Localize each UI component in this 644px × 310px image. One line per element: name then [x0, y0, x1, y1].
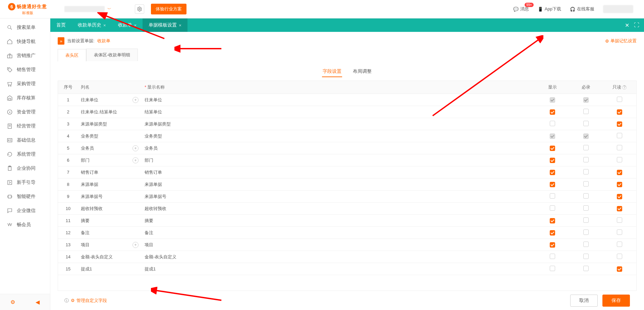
checkbox[interactable] — [617, 242, 622, 247]
industry-solution-button[interactable]: 体验行业方案 — [151, 4, 186, 14]
cell-display-name[interactable]: 来源单据号 — [142, 191, 536, 203]
checkbox[interactable] — [550, 182, 555, 187]
user-avatar-blurred[interactable] — [603, 5, 633, 13]
add-icon[interactable]: + — [132, 97, 139, 103]
checkbox[interactable] — [583, 157, 589, 162]
close-tab-icon[interactable]: ✕ — [625, 22, 629, 29]
cell-display-name[interactable]: 来源单据 — [142, 178, 536, 191]
memory-settings-link[interactable]: ⚙ 单据记忆设置 — [605, 38, 637, 44]
sidebar-collapse-icon[interactable]: ◀ — [36, 299, 40, 305]
tab-layout-adjust[interactable]: 布局调整 — [352, 66, 372, 77]
checkbox[interactable] — [583, 193, 589, 199]
cell-display-name[interactable]: 超收转预收 — [142, 203, 536, 215]
help-icon[interactable]: ⓘ — [64, 298, 69, 304]
cell-display-name[interactable]: 备注 — [142, 227, 536, 239]
close-icon[interactable]: × — [179, 23, 181, 28]
tab-home[interactable]: 首页 — [50, 18, 72, 32]
close-icon[interactable]: × — [134, 23, 137, 28]
sidebar-item-purchase[interactable]: 采购管理 — [0, 77, 50, 91]
checkbox[interactable] — [550, 254, 555, 259]
checkbox[interactable] — [617, 194, 622, 199]
cancel-button[interactable]: 取消 — [570, 295, 598, 307]
sidebar-settings-icon[interactable]: ⚙ — [10, 299, 15, 305]
checkbox[interactable] — [617, 206, 622, 211]
checkbox[interactable] — [617, 229, 622, 235]
cell-display-name[interactable]: 销售订单 — [142, 166, 536, 178]
checkbox[interactable] — [550, 109, 555, 115]
sidebar-item-quick-nav[interactable]: 快捷导航 — [0, 35, 50, 49]
close-icon[interactable]: × — [103, 23, 106, 28]
checkbox[interactable] — [550, 146, 555, 151]
add-icon[interactable]: + — [132, 145, 139, 151]
fields-table-wrap[interactable]: 序号 列名 *显示名称 显示 必录 只读? 1往来单位+往来单位2往来单位.结算… — [58, 81, 637, 291]
tab-receipt-history[interactable]: 收款单历史× — [72, 18, 112, 32]
checkbox[interactable] — [617, 157, 622, 162]
cell-display-name[interactable]: 结算单位 — [142, 106, 536, 118]
checkbox[interactable] — [583, 254, 589, 259]
cell-display-name[interactable]: 提成1 — [142, 263, 536, 275]
sidebar-item-basic-info[interactable]: 基础信息 — [0, 133, 50, 147]
sidebar-item-operation[interactable]: 经营管理 — [0, 119, 50, 133]
checkbox[interactable] — [617, 254, 622, 259]
checkbox[interactable] — [617, 266, 622, 272]
checkbox[interactable] — [583, 121, 589, 126]
fullscreen-icon[interactable]: ⛶ — [634, 22, 639, 29]
tab-template[interactable]: 单据模板设置× — [143, 18, 187, 32]
checkbox[interactable] — [617, 109, 622, 115]
checkbox[interactable] — [550, 242, 555, 248]
settings-gear-button[interactable] — [135, 4, 144, 14]
checkbox[interactable] — [583, 181, 589, 187]
online-service-link[interactable]: 🎧 在线客服 — [570, 6, 594, 12]
checkbox[interactable] — [550, 266, 555, 271]
add-icon[interactable]: + — [132, 157, 139, 163]
save-button[interactable]: 保存 — [602, 295, 630, 307]
checkbox[interactable] — [617, 97, 622, 102]
messages-link[interactable]: 💬 消息 99+ — [513, 6, 529, 12]
checkbox[interactable] — [550, 158, 555, 163]
tab-body-area[interactable]: 表体区-收款单明细 — [86, 49, 138, 61]
sidebar-item-member[interactable]: 畅会员 — [0, 218, 50, 232]
checkbox[interactable] — [617, 121, 622, 127]
checkbox[interactable] — [550, 230, 555, 236]
sidebar-item-system[interactable]: 系统管理 — [0, 147, 50, 161]
manage-custom-fields-link[interactable]: ⚙ 管理自定义字段 — [71, 298, 107, 304]
checkbox[interactable] — [617, 170, 622, 175]
checkbox[interactable] — [583, 205, 589, 211]
checkbox[interactable] — [550, 218, 555, 223]
cell-display-name[interactable]: 业务类型 — [142, 130, 536, 142]
expand-toggle[interactable]: » — [58, 37, 64, 45]
sidebar-item-sales[interactable]: 销售管理 — [0, 63, 50, 77]
sidebar-item-inventory[interactable]: 库存核算 — [0, 91, 50, 105]
cell-display-name[interactable]: 业务员 — [142, 142, 536, 154]
org-selector[interactable]: ﹀ — [64, 6, 131, 12]
checkbox[interactable] — [617, 217, 622, 223]
cell-display-name[interactable]: 来源单据类型 — [142, 118, 536, 130]
tab-receipt[interactable]: 收款单× — [112, 18, 143, 32]
tab-field-settings[interactable]: 字段设置 — [322, 66, 342, 77]
cell-display-name[interactable]: 摘要 — [142, 215, 536, 227]
sidebar-item-funds[interactable]: ¥资金管理 — [0, 105, 50, 119]
cell-display-name[interactable]: 部门 — [142, 154, 536, 166]
sidebar-item-search-menu[interactable]: 搜索菜单 — [0, 20, 50, 35]
checkbox[interactable] — [583, 266, 589, 271]
sidebar-item-guide[interactable]: 新手引导 — [0, 175, 50, 190]
help-icon[interactable]: ? — [622, 85, 627, 90]
checkbox[interactable] — [550, 170, 555, 175]
cell-display-name[interactable]: 项目 — [142, 239, 536, 251]
checkbox[interactable] — [583, 217, 589, 223]
tab-header-area[interactable]: 表头区 — [58, 49, 86, 61]
sidebar-item-enterprise-co[interactable]: 企业协同 — [0, 161, 50, 175]
checkbox[interactable] — [617, 182, 622, 187]
checkbox[interactable] — [617, 145, 622, 150]
checkbox[interactable] — [583, 242, 589, 247]
sidebar-item-wework[interactable]: 企业微信 — [0, 204, 50, 218]
checkbox[interactable] — [550, 193, 555, 199]
checkbox[interactable] — [583, 145, 589, 150]
checkbox[interactable] — [583, 169, 589, 174]
sidebar-item-marketing[interactable]: 营销推广 — [0, 49, 50, 63]
cell-display-name[interactable]: 往来单位 — [142, 94, 536, 106]
app-download-link[interactable]: 📱 App下载 — [538, 6, 561, 12]
checkbox[interactable] — [583, 109, 589, 114]
sidebar-item-smart-hw[interactable]: 智能硬件 — [0, 190, 50, 204]
checkbox[interactable] — [550, 205, 555, 211]
